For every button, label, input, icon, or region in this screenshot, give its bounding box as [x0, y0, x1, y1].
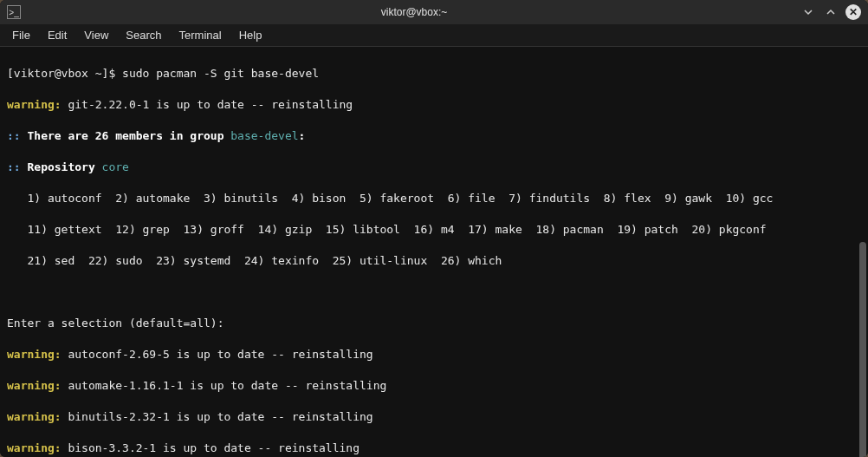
warning-autoconf: autoconf-2.69-5 is up to date -- reinsta… [68, 348, 372, 361]
marker-icon: :: [7, 129, 21, 142]
warning-bison: bison-3.3.2-1 is up to date -- reinstall… [68, 441, 360, 454]
menu-file[interactable]: File [5, 26, 37, 44]
warning-label: warning: [7, 98, 62, 111]
minimize-button[interactable] [800, 4, 816, 20]
colon: : [299, 129, 306, 142]
package-list-row: 1) autoconf 2) automake 3) binutils 4) b… [7, 191, 861, 206]
window-title: viktor@vbox:~ [28, 6, 800, 18]
menu-view[interactable]: View [77, 26, 115, 44]
command-text: sudo pacman -S git base-devel [122, 67, 319, 80]
package-list-row: 11) gettext 12) grep 13) groff 14) gzip … [7, 222, 861, 238]
warning-label: warning: [7, 348, 62, 361]
selection-prompt: Enter a selection (default=all): [7, 316, 861, 331]
maximize-button[interactable] [823, 4, 839, 20]
shell-prompt: [viktor@vbox ~]$ [7, 67, 115, 80]
menu-terminal[interactable]: Terminal [172, 26, 229, 44]
menubar: File Edit View Search Terminal Help [0, 24, 868, 47]
marker-icon: :: [7, 160, 21, 173]
menu-help[interactable]: Help [232, 26, 269, 44]
terminal-output[interactable]: [viktor@vbox ~]$ sudo pacman -S git base… [0, 47, 868, 457]
warning-label: warning: [7, 379, 62, 392]
menu-edit[interactable]: Edit [41, 26, 74, 44]
titlebar[interactable]: >_ viktor@vbox:~ ✕ [0, 0, 868, 24]
warning-git: git-2.22.0-1 is up to date -- reinstalli… [68, 98, 353, 111]
warning-automake: automake-1.16.1-1 is up to date -- reins… [68, 379, 386, 392]
warning-binutils: binutils-2.32-1 is up to date -- reinsta… [68, 410, 372, 423]
warning-label: warning: [7, 410, 62, 423]
close-button[interactable]: ✕ [845, 4, 861, 20]
warning-label: warning: [7, 441, 62, 454]
package-list-row: 21) sed 22) sudo 23) systemd 24) texinfo… [7, 253, 861, 269]
terminal-app-icon: >_ [7, 5, 21, 19]
menu-search[interactable]: Search [119, 26, 168, 44]
repository-label: Repository [27, 160, 94, 173]
window-controls: ✕ [800, 4, 861, 20]
scrollbar-thumb[interactable] [859, 242, 866, 457]
group-name: base-devel [230, 129, 298, 142]
group-members-text: There are 26 members in group [27, 129, 223, 142]
repository-name: core [102, 160, 129, 173]
terminal-window: >_ viktor@vbox:~ ✕ File Edit View Search… [0, 0, 868, 457]
